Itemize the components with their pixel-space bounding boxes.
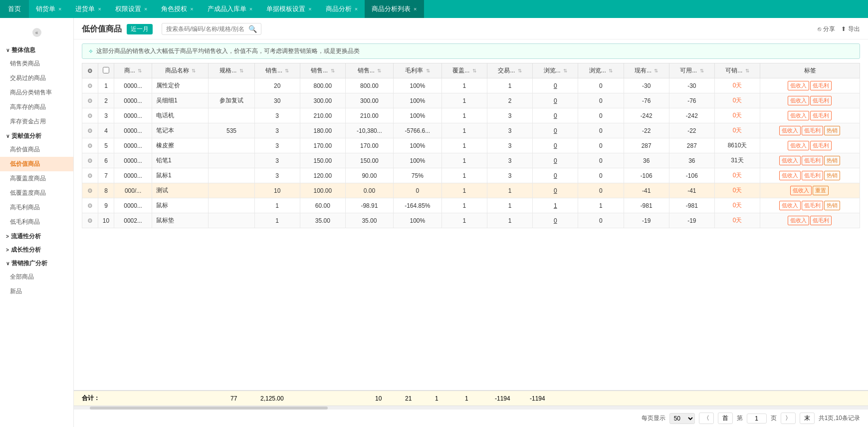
nav-analysis-list[interactable]: 商品分析列表 × (365, 0, 424, 18)
sidebar-item-low-profit[interactable]: 低毛利商品 (0, 215, 73, 229)
per-page-select[interactable]: 50 100 200 (669, 413, 695, 424)
nav-purchase[interactable]: 进货单 × (68, 0, 108, 18)
sidebar-group-contribution[interactable]: ∨贡献值分析 (0, 129, 73, 142)
sidebar-item-high-coverage[interactable]: 高覆盖度商品 (0, 171, 73, 186)
sidebar-item-capital[interactable]: 库存资金占用 (0, 114, 73, 129)
row-settings[interactable]: ⚙ (82, 198, 98, 213)
export-btn[interactable]: ⬆ 导出 (841, 25, 860, 33)
row-col10: -106 (669, 168, 714, 183)
row-spec (209, 78, 254, 93)
row-code: 0000... (114, 138, 152, 153)
th-sales2[interactable]: 销售... ⇅ (300, 63, 345, 78)
table-row: ⚙ 2 0000... 吴细细1 参加复试 30 300.00 300.00 1… (82, 93, 860, 108)
nav-home[interactable]: 首页 (0, 0, 29, 18)
row-days: 0天 (714, 78, 760, 93)
nav-permission[interactable]: 权限设置 × (108, 0, 154, 18)
row-col4: 100% (393, 153, 441, 168)
row-col9: -242 (624, 108, 669, 123)
share-btn[interactable]: ⎋ 分享 (818, 25, 835, 33)
prev-page-btn[interactable]: 首 (718, 413, 733, 424)
row-days: 0天 (714, 123, 760, 138)
sidebar-item-high-profit[interactable]: 高毛利商品 (0, 200, 73, 215)
nav-stock[interactable]: 产成品入库单 × (201, 0, 259, 18)
th-saleable[interactable]: 可销... ⇅ (714, 63, 760, 78)
row-code: 0000... (114, 78, 152, 93)
sidebar-item-new-products[interactable]: 新品 (0, 284, 73, 299)
sidebar-item-high-stock[interactable]: 高库存的商品 (0, 100, 73, 114)
nav-analysis[interactable]: 商品分析 × (319, 0, 365, 18)
row-name: 鼠标 (152, 198, 209, 213)
th-tags[interactable]: 标签 (760, 63, 860, 78)
th-available[interactable]: 可用... ⇅ (669, 63, 714, 78)
select-all-checkbox[interactable] (103, 67, 109, 73)
horizontal-scrollbar[interactable] (74, 406, 868, 410)
search-icon[interactable]: 🔍 (248, 25, 257, 33)
th-sales3[interactable]: 销售... ⇅ (345, 63, 393, 78)
row-col7: 0 (533, 108, 578, 123)
time-filter-btn[interactable]: 近一月 (127, 24, 153, 34)
sidebar-item-low-coverage[interactable]: 低覆盖度商品 (0, 186, 73, 200)
nav-template[interactable]: 单据模板设置 × (259, 0, 318, 18)
close-icon[interactable]: × (308, 6, 311, 12)
row-settings[interactable]: ⚙ (82, 183, 98, 198)
row-spec (209, 168, 254, 183)
th-profit-rate[interactable]: 毛利率 ⇅ (393, 63, 441, 78)
first-page-btn[interactable]: 〈 (699, 413, 714, 424)
row-col2: 35.00 (300, 213, 345, 228)
sidebar-group-marketing[interactable]: ∨营销推广分析 (0, 256, 73, 270)
sidebar-group-flow[interactable]: >流通性分析 (0, 229, 73, 243)
close-icon[interactable]: × (98, 6, 101, 12)
row-tags: 低收入低毛利 (760, 213, 860, 228)
row-settings[interactable]: ⚙ (82, 108, 98, 123)
th-settings[interactable]: ⚙ (82, 63, 98, 78)
th-browse2[interactable]: 浏览... ⇅ (578, 63, 624, 78)
th-trade[interactable]: 交易... ⇅ (487, 63, 532, 78)
th-name[interactable]: 商品名称 ⇅ (152, 63, 209, 78)
last-page-btn[interactable]: 末 (800, 413, 815, 424)
sidebar-group-growth[interactable]: >成长性分析 (0, 243, 73, 256)
sidebar-item-high-value[interactable]: 高价值商品 (0, 142, 73, 157)
row-settings[interactable]: ⚙ (82, 168, 98, 183)
main-layout: « ∨整体信息 销售类商品 交易过的商品 商品分类销售率 高库存的商品 库存资金… (0, 18, 868, 427)
row-col7: 0 (533, 168, 578, 183)
close-icon[interactable]: × (144, 6, 147, 12)
close-icon[interactable]: × (190, 6, 193, 12)
close-icon[interactable]: × (355, 6, 358, 12)
row-settings[interactable]: ⚙ (82, 93, 98, 108)
th-browse1[interactable]: 浏览... ⇅ (533, 63, 578, 78)
sidebar-item-traded[interactable]: 交易过的商品 (0, 71, 73, 85)
row-col10: -981 (669, 198, 714, 213)
row-col3: 0.00 (345, 183, 393, 198)
sidebar-item-all-products[interactable]: 全部商品 (0, 270, 73, 284)
nav-role[interactable]: 角色授权 × (154, 0, 200, 18)
page-number-input[interactable] (747, 414, 767, 424)
close-icon[interactable]: × (58, 6, 61, 12)
chevron-down-icon: ∨ (6, 47, 9, 53)
nav-sales[interactable]: 销货单 × (29, 0, 68, 18)
sidebar-group-overall[interactable]: ∨整体信息 (0, 43, 73, 56)
sidebar-collapse-btn[interactable]: « (32, 28, 41, 37)
sidebar-item-sales-products[interactable]: 销售类商品 (0, 56, 73, 71)
row-col3: 150.00 (345, 153, 393, 168)
row-settings[interactable]: ⚙ (82, 138, 98, 153)
th-coverage[interactable]: 覆盖... ⇅ (441, 63, 487, 78)
close-icon[interactable]: × (414, 6, 417, 12)
sidebar-item-category-rate[interactable]: 商品分类销售率 (0, 85, 73, 100)
row-settings[interactable]: ⚙ (82, 78, 98, 93)
table-container[interactable]: ⚙ 商... ⇅ 商品名称 ⇅ 规格... ⇅ 销售... ⇅ 销售... ⇅ … (74, 63, 868, 390)
close-icon[interactable]: × (249, 6, 252, 12)
row-col1: 1 (254, 198, 300, 213)
row-col2: 150.00 (300, 153, 345, 168)
next-page-btn[interactable]: 〉 (781, 413, 796, 424)
row-settings[interactable]: ⚙ (82, 153, 98, 168)
search-input[interactable] (166, 25, 248, 32)
sidebar-item-low-value[interactable]: 低价值商品 (0, 157, 73, 171)
th-checkbox[interactable] (98, 63, 114, 78)
th-current-stock[interactable]: 现有... ⇅ (624, 63, 669, 78)
th-code[interactable]: 商... ⇅ (114, 63, 152, 78)
row-settings[interactable]: ⚙ (82, 123, 98, 138)
th-sales1[interactable]: 销售... ⇅ (254, 63, 300, 78)
th-spec[interactable]: 规格... ⇅ (209, 63, 254, 78)
row-settings[interactable]: ⚙ (82, 213, 98, 228)
page-suffix: 页 (771, 414, 777, 423)
